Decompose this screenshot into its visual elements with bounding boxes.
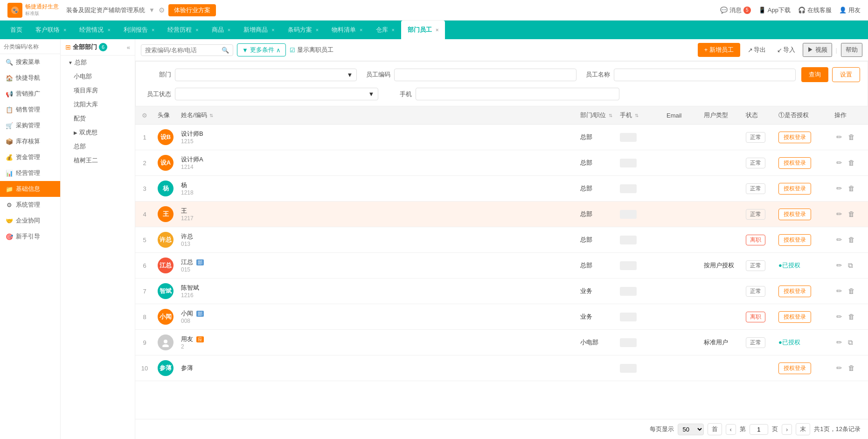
- phone-input[interactable]: [416, 88, 619, 100]
- show-resigned-checkbox[interactable]: ☑ 显示离职员工: [290, 46, 333, 54]
- edit-btn[interactable]: ✏: [834, 235, 844, 245]
- edit-btn[interactable]: ✏: [834, 183, 844, 194]
- dept-item-shuanghu[interactable]: ▶双虎想: [61, 125, 135, 139]
- close-bom-tab[interactable]: ×: [360, 27, 362, 33]
- delete-btn[interactable]: 🗑: [846, 132, 857, 142]
- auth-login-btn[interactable]: 授权登录: [778, 132, 811, 143]
- set-btn[interactable]: 设置: [832, 67, 860, 82]
- tab-customer[interactable]: 客户联络 ×: [29, 21, 73, 39]
- view-btn[interactable]: ▶ 视频: [803, 43, 832, 57]
- delete-btn[interactable]: 🗑: [846, 158, 857, 167]
- sidebar-item-collab[interactable]: 🤝企业协同: [0, 213, 60, 229]
- last-page-btn[interactable]: 末: [796, 423, 810, 435]
- prev-page-btn[interactable]: ‹: [726, 424, 736, 435]
- toolbar-search-icon[interactable]: 🔍: [222, 47, 229, 54]
- auth-login-btn[interactable]: 授权登录: [778, 157, 811, 169]
- delete-btn[interactable]: 🗑: [846, 183, 857, 193]
- dept-item-project-warehouse[interactable]: 项目库房: [61, 84, 135, 98]
- close-customer-tab[interactable]: ×: [63, 27, 66, 33]
- tab-bom[interactable]: 物料清单 ×: [325, 21, 369, 39]
- app-download-btn[interactable]: 📱 App下载: [758, 6, 791, 14]
- close-profit-tab[interactable]: ×: [152, 27, 154, 33]
- edit-btn[interactable]: ✏: [834, 260, 844, 271]
- tab-goods[interactable]: 商品 ×: [205, 21, 237, 39]
- sidebar-item-basic-info[interactable]: 📁基础信息: [0, 181, 60, 197]
- sidebar-item-management[interactable]: 📊经营管理: [0, 165, 60, 181]
- dept-item-general-hq[interactable]: ▼总部: [61, 56, 135, 70]
- page-size-select[interactable]: 50 100 200: [678, 424, 704, 435]
- edit-btn[interactable]: ✏: [834, 312, 844, 322]
- sidebar-item-inventory[interactable]: 📦库存核算: [0, 133, 60, 149]
- dept-item-hq-sub[interactable]: 总部: [61, 139, 135, 153]
- auth-login-btn[interactable]: 授权登录: [778, 234, 811, 246]
- close-employees-tab[interactable]: ×: [436, 27, 438, 33]
- copy-btn[interactable]: ⧉: [846, 260, 855, 271]
- dept-collapse-btn[interactable]: «: [127, 44, 130, 51]
- dept-item-distribution[interactable]: 配货: [61, 111, 135, 125]
- edit-btn[interactable]: ✏: [834, 132, 844, 142]
- dropdown-icon[interactable]: ▼: [149, 7, 155, 14]
- edit-btn[interactable]: ✏: [834, 209, 844, 219]
- delete-btn[interactable]: 🗑: [846, 209, 857, 219]
- page-input[interactable]: [750, 424, 768, 435]
- tab-add-goods[interactable]: 新增商品 ×: [237, 21, 281, 39]
- col-phone-header[interactable]: 手机 ⇅: [616, 106, 663, 125]
- auth-login-btn[interactable]: 授权登录: [778, 286, 811, 297]
- online-support-btn[interactable]: 🎧 在线客服: [798, 6, 832, 14]
- add-employee-btn[interactable]: + 新增员工: [698, 43, 740, 57]
- query-btn[interactable]: 查询: [801, 67, 828, 82]
- dept-item-shenyang[interactable]: 沈阳大库: [61, 98, 135, 111]
- sidebar-item-guide[interactable]: 🎯新手引导: [0, 229, 60, 244]
- col-name-header[interactable]: 姓名/编码 ⇅: [177, 106, 576, 125]
- dept-select[interactable]: ▼: [175, 69, 357, 81]
- user-avatar[interactable]: 👤 用友: [839, 6, 861, 14]
- edit-btn[interactable]: ✏: [834, 286, 844, 296]
- auth-login-btn[interactable]: 授权登录: [778, 362, 811, 374]
- more-filter-btn[interactable]: ▼ 更多条件 ∧: [237, 43, 286, 56]
- auth-login-btn[interactable]: 授权登录: [778, 311, 811, 323]
- close-add-goods-tab[interactable]: ×: [271, 27, 274, 33]
- dept-sort-icon[interactable]: ⇅: [609, 113, 612, 118]
- edit-btn[interactable]: ✏: [834, 363, 844, 373]
- trial-button[interactable]: 体验行业方案: [168, 4, 216, 16]
- next-page-btn[interactable]: ›: [782, 424, 792, 435]
- dept-item-zhishu[interactable]: 植树王二: [61, 153, 135, 167]
- close-goods-tab[interactable]: ×: [228, 27, 230, 33]
- first-page-btn[interactable]: 首: [708, 423, 722, 435]
- sidebar-item-sales[interactable]: 📋销售管理: [0, 102, 60, 118]
- edit-btn[interactable]: ✏: [834, 337, 844, 348]
- delete-btn[interactable]: 🗑: [846, 312, 857, 321]
- tab-operations[interactable]: 经营情况 ×: [73, 21, 117, 39]
- col-dept-header[interactable]: 部门/职位 ⇅: [576, 106, 616, 125]
- sidebar-search-input[interactable]: [4, 43, 61, 50]
- message-btn[interactable]: 💬 消息 5: [720, 6, 751, 14]
- dept-item-small-elec[interactable]: 小电部: [61, 70, 135, 84]
- auth-login-btn[interactable]: 授权登录: [778, 183, 811, 195]
- sidebar-item-finance[interactable]: 💰资金管理: [0, 149, 60, 165]
- import-btn[interactable]: ↙ 导入: [773, 44, 799, 56]
- export-btn[interactable]: ↗ 导出: [744, 44, 770, 56]
- name-sort-icon[interactable]: ⇅: [209, 113, 213, 118]
- tab-warehouse[interactable]: 仓库 ×: [369, 21, 401, 39]
- sidebar-item-system[interactable]: ⚙系统管理: [0, 197, 60, 213]
- settings-icon[interactable]: ⚙: [159, 6, 165, 14]
- delete-btn[interactable]: 🗑: [846, 286, 857, 296]
- phone-sort-icon[interactable]: ⇅: [635, 113, 639, 118]
- delete-btn[interactable]: 🗑: [846, 235, 857, 244]
- auth-login-btn[interactable]: 授权登录: [778, 209, 811, 220]
- tab-profit[interactable]: 利润报告 ×: [117, 21, 161, 39]
- tab-barcode[interactable]: 条码方案 ×: [281, 21, 325, 39]
- sidebar-item-purchase[interactable]: 🛒采购管理: [0, 118, 60, 133]
- sidebar-item-search[interactable]: 🔍搜索菜单: [0, 54, 60, 70]
- col-settings[interactable]: ⚙: [135, 106, 154, 125]
- sidebar-item-quicknav[interactable]: 🏠快捷导航: [0, 70, 60, 86]
- sidebar-item-marketing[interactable]: 📢营销推广: [0, 86, 60, 102]
- emp-name-input[interactable]: [614, 69, 796, 81]
- edit-btn[interactable]: ✏: [834, 158, 844, 168]
- close-operations-tab[interactable]: ×: [107, 27, 110, 33]
- tab-employees[interactable]: 部门员工 ×: [401, 21, 445, 39]
- tab-home[interactable]: 首页: [4, 21, 29, 39]
- emp-status-select[interactable]: ▼: [175, 88, 378, 100]
- search-input[interactable]: [145, 47, 220, 54]
- dept-all-label[interactable]: 全部部门: [73, 43, 97, 51]
